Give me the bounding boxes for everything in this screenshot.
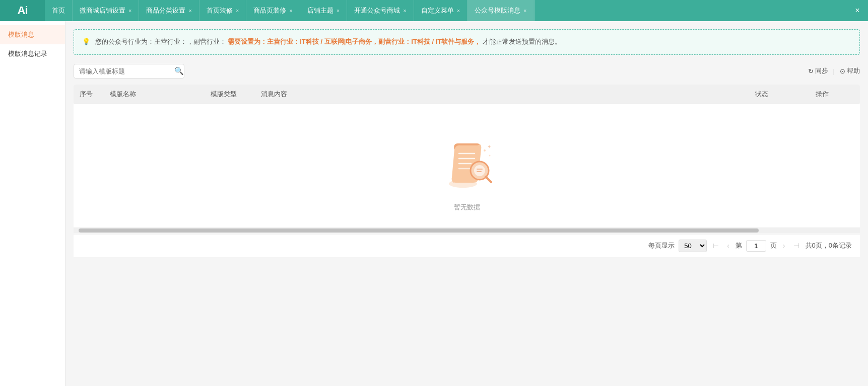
- notice-highlight: 需要设置为：主营行业：IT科技 / 互联网|电子商务，副营行业：IT科技 / I…: [228, 38, 481, 45]
- pagination: 每页显示 102050100 ⊢ ‹ 第 页 › ⊣ 共0页，0条记录: [74, 234, 860, 257]
- nav-tab-1[interactable]: 微商城店铺设置×: [73, 0, 139, 21]
- sync-button[interactable]: ↻ 同步: [808, 66, 828, 75]
- close-tab-2[interactable]: ×: [188, 8, 191, 14]
- sidebar: 模版消息模版消息记录: [0, 21, 65, 386]
- empty-illustration: ✦: [437, 134, 497, 195]
- nav-tab-8[interactable]: 公众号模版消息×: [468, 0, 534, 21]
- table-header-row: 序号模版名称模版类型消息内容状态操作: [74, 85, 860, 104]
- help-button[interactable]: ⊙ 帮助: [840, 66, 860, 75]
- nav-tab-4[interactable]: 商品页装修×: [246, 0, 300, 21]
- main-layout: 模版消息模版消息记录 💡 您的公众号行业为：主营行业：，副营行业： 需要设置为：…: [0, 21, 868, 386]
- nav-tab-3[interactable]: 首页装修×: [199, 0, 246, 21]
- nav-tab-7[interactable]: 自定义菜单×: [414, 0, 468, 21]
- svg-point-10: [484, 149, 486, 151]
- last-page-button[interactable]: ⊣: [791, 241, 802, 251]
- col-header-index: 序号: [74, 85, 104, 104]
- close-tab-1[interactable]: ×: [128, 8, 131, 14]
- help-icon: ⊙: [840, 67, 845, 75]
- close-tab-4[interactable]: ×: [289, 8, 292, 14]
- total-text: 共0页，0条记录: [806, 241, 852, 250]
- sidebar-item-1[interactable]: 模版消息记录: [0, 44, 65, 63]
- close-tab-7[interactable]: ×: [457, 8, 460, 14]
- svg-point-11: [489, 155, 490, 156]
- top-nav: Ai 首页微商城店铺设置×商品分类设置×首页装修×商品页装修×店铺主题×开通公众…: [0, 0, 868, 21]
- notice-box: 💡 您的公众号行业为：主营行业：，副营行业： 需要设置为：主营行业：IT科技 /…: [74, 29, 860, 55]
- table-wrapper: 序号模版名称模版类型消息内容状态操作: [74, 85, 860, 257]
- bulb-icon: 💡: [82, 38, 90, 45]
- empty-text: 暂无数据: [454, 203, 480, 212]
- nav-tabs: 首页微商城店铺设置×商品分类设置×首页装修×商品页装修×店铺主题×开通公众号商城…: [45, 0, 847, 21]
- close-tab-5[interactable]: ×: [337, 8, 340, 14]
- prev-page-button[interactable]: ‹: [725, 241, 731, 251]
- col-header-action: 操作: [810, 85, 860, 104]
- content-area: 💡 您的公众号行业为：主营行业：，副营行业： 需要设置为：主营行业：IT科技 /…: [65, 21, 868, 386]
- svg-line-7: [486, 177, 491, 182]
- empty-state: ✦ 暂无数据: [74, 104, 860, 227]
- global-close-button[interactable]: ×: [847, 0, 868, 21]
- page-size-label: 每页显示: [648, 241, 675, 250]
- help-label: 帮助: [847, 66, 860, 75]
- page-size-select[interactable]: 102050100: [679, 240, 707, 252]
- first-page-button[interactable]: ⊢: [711, 241, 721, 251]
- data-table: 序号模版名称模版类型消息内容状态操作: [74, 85, 860, 104]
- nav-tab-0[interactable]: 首页: [45, 0, 73, 21]
- col-header-name: 模版名称: [104, 85, 205, 104]
- next-page-button[interactable]: ›: [781, 241, 787, 251]
- page-number-input[interactable]: [746, 240, 766, 252]
- toolbar-right: ↻ 同步 | ⊙ 帮助: [808, 66, 860, 75]
- sync-icon: ↻: [808, 67, 814, 75]
- col-header-type: 模版类型: [205, 85, 255, 104]
- col-header-status: 状态: [749, 85, 810, 104]
- page-label-post: 页: [770, 241, 777, 250]
- horizontal-scrollbar[interactable]: [74, 228, 860, 233]
- search-input[interactable]: [74, 64, 184, 79]
- close-tab-3[interactable]: ×: [236, 8, 239, 14]
- scroll-thumb[interactable]: [79, 228, 759, 233]
- svg-text:✦: ✦: [487, 144, 491, 149]
- close-tab-6[interactable]: ×: [403, 8, 406, 14]
- col-header-content: 消息内容: [255, 85, 749, 104]
- toolbar: 🔍 ↻ 同步 | ⊙ 帮助: [74, 64, 860, 79]
- search-button[interactable]: 🔍: [174, 66, 184, 75]
- logo: Ai: [0, 0, 45, 21]
- sync-label: 同步: [815, 66, 828, 75]
- nav-tab-6[interactable]: 开通公众号商城×: [347, 0, 414, 21]
- toolbar-left: 🔍: [74, 64, 184, 79]
- notice-suffix: 才能正常发送预置的消息。: [483, 38, 561, 45]
- sidebar-item-0[interactable]: 模版消息: [0, 25, 65, 44]
- notice-prefix: 您的公众号行业为：主营行业：，副营行业：: [95, 38, 226, 45]
- nav-tab-5[interactable]: 店铺主题×: [300, 0, 347, 21]
- close-tab-8[interactable]: ×: [523, 8, 526, 14]
- page-label-pre: 第: [736, 241, 742, 250]
- nav-tab-2[interactable]: 商品分类设置×: [139, 0, 199, 21]
- toolbar-divider: |: [833, 67, 835, 75]
- svg-point-6: [474, 165, 485, 176]
